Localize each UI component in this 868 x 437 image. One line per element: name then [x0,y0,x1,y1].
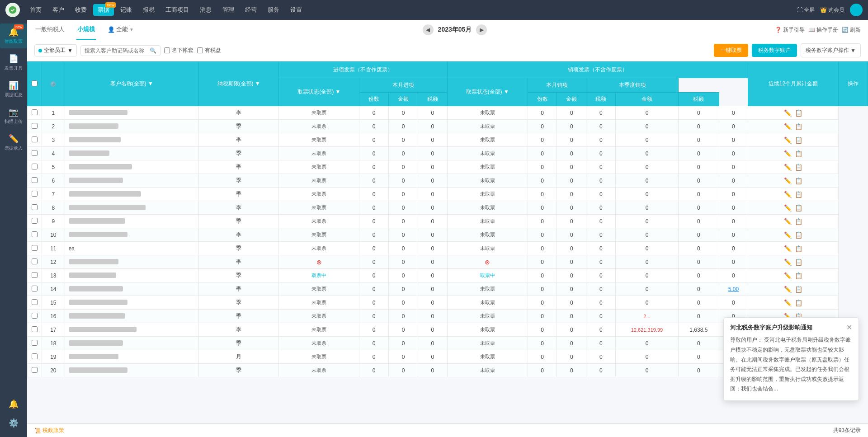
copy-icon[interactable]: 📋 [794,299,803,306]
nav-settings[interactable]: 设置 [286,4,307,16]
row-checkbox[interactable] [28,337,42,350]
nav-bookkeeping[interactable]: 记账 [116,4,137,16]
refresh-btn[interactable]: 🔄 刷新 [842,26,861,34]
tab-full-capability[interactable]: 👤 全能 ▼ [107,20,135,40]
copy-icon[interactable]: 📋 [794,231,803,239]
row-q-tax: 0 [678,160,719,174]
row-checkbox[interactable] [28,174,42,188]
edit-icon[interactable]: ✏️ [783,109,793,117]
edit-icon[interactable]: ✏️ [783,136,793,144]
tab-small-scale[interactable]: 小规模 [76,20,96,40]
row-checkbox[interactable] [28,147,42,160]
row-checkbox[interactable] [28,296,42,310]
row-checkbox[interactable] [28,364,42,377]
taxpanel-checkbox-input[interactable] [197,47,203,53]
row-checkbox[interactable] [28,120,42,133]
row-checkbox[interactable] [28,310,42,323]
copy-icon[interactable]: 📋 [794,164,803,171]
row-checkbox[interactable] [28,133,42,147]
select-all-checkbox[interactable] [32,80,38,86]
row-total[interactable]: 5.00 [719,282,748,296]
copy-icon[interactable]: 📋 [794,177,803,184]
edit-icon[interactable]: ✏️ [783,191,793,198]
sidebar-item-scan-upload[interactable]: 📷 扫描上传 [0,103,27,128]
nav-fee[interactable]: 收费 [71,4,91,16]
guide-btn[interactable]: ❓ 新手引导 [775,26,805,34]
edit-icon[interactable]: ✏️ [783,164,793,171]
nav-tax[interactable]: 报税 [138,4,159,16]
period-prev-btn[interactable]: ◀ [423,24,434,35]
nav-business[interactable]: 工商项目 [161,4,193,16]
row-in-amount: 0 [389,282,418,296]
nav-customer[interactable]: 客户 [48,4,69,16]
copy-icon[interactable]: 📋 [794,123,803,130]
copy-icon[interactable]: 📋 [794,191,803,198]
row-checkbox[interactable] [28,350,42,364]
row-checkbox[interactable] [28,282,42,296]
copy-icon[interactable]: 📋 [794,272,803,279]
account-checkbox-input[interactable] [164,47,170,53]
row-number: 17 [42,323,65,337]
one-click-ticket-btn[interactable]: 一键取票 [714,44,748,57]
edit-icon[interactable]: ✏️ [783,258,793,266]
copy-icon[interactable]: 📋 [794,286,803,293]
row-checkbox[interactable] [28,255,42,269]
edit-icon[interactable]: ✏️ [783,272,793,279]
notification-close-btn[interactable]: ✕ [846,323,852,332]
row-checkbox[interactable] [28,160,42,174]
row-q-tax: 0 [678,350,719,364]
row-checkbox[interactable] [28,242,42,255]
copy-icon[interactable]: 📋 [794,218,803,225]
tax-policy-link[interactable]: 📜 税政政策 [34,427,64,434]
sidebar-item-settings[interactable]: ⚙️ [7,414,20,432]
row-checkbox[interactable] [28,228,42,242]
edit-icon[interactable]: ✏️ [783,218,793,225]
search-input[interactable] [85,47,148,54]
nav-ticket[interactable]: 票据 new [93,4,114,16]
copy-icon[interactable]: 📋 [794,150,803,157]
nav-operation[interactable]: 经营 [241,4,261,16]
edit-icon[interactable]: ✏️ [783,204,793,211]
manual-btn[interactable]: 📖 操作手册 [808,26,838,34]
tax-digital-account-op-btn[interactable]: 税务数字账户操作 ▼ [801,43,861,57]
row-checkbox[interactable] [28,106,42,120]
sidebar-item-ticket-entry[interactable]: ✏️ 票据录入 [0,130,27,155]
sidebar-item-notify[interactable]: 🔔 [7,395,20,413]
edit-icon[interactable]: ✏️ [783,286,793,293]
taxpanel-filter-checkbox[interactable]: 有税盘 [197,47,221,54]
row-checkbox[interactable] [28,201,42,215]
sidebar-item-smart-ticket[interactable]: 🔔 智能取票 new [0,23,27,48]
nav-home[interactable]: 首页 [25,4,46,16]
fullscreen-btn[interactable]: ⛶ 全屏 [797,6,815,14]
tax-digital-account-btn[interactable]: 税务数字账户 [752,44,797,57]
sidebar-item-ticket-summary[interactable]: 📊 票据汇总 [0,77,27,102]
table-row: 13 季取票中000取票中000000 ✏️ 📋 [28,269,868,282]
employee-filter[interactable]: 全部员工 ▼ [34,44,77,56]
nav-service[interactable]: 服务 [263,4,284,16]
copy-icon[interactable]: 📋 [794,136,803,144]
copy-icon[interactable]: 📋 [794,109,803,117]
edit-icon[interactable]: ✏️ [783,245,793,252]
row-checkbox[interactable] [28,269,42,282]
copy-icon[interactable]: 📋 [794,245,803,252]
period-next-btn[interactable]: ▶ [476,24,487,35]
copy-icon[interactable]: 📋 [794,258,803,266]
member-btn[interactable]: 👑 购会员 [820,6,844,14]
user-avatar[interactable] [850,4,863,16]
nav-manage[interactable]: 管理 [218,4,239,16]
edit-icon[interactable]: ✏️ [783,299,793,306]
edit-icon[interactable]: ✏️ [783,177,793,184]
edit-icon[interactable]: ✏️ [783,231,793,239]
edit-icon[interactable]: ✏️ [783,123,793,130]
row-checkbox[interactable] [28,215,42,228]
copy-icon[interactable]: 📋 [794,204,803,211]
nav-message[interactable]: 消息 [195,4,216,16]
row-checkbox[interactable] [28,188,42,201]
row-in-tax: 0 [418,364,447,377]
sidebar-item-invoice-open[interactable]: 📄 发票开具 [0,50,27,75]
tab-general-taxpayer[interactable]: 一般纳税人 [34,20,66,40]
search-box[interactable]: 🔍 [80,45,160,56]
row-checkbox[interactable] [28,323,42,337]
edit-icon[interactable]: ✏️ [783,150,793,157]
account-filter-checkbox[interactable]: 名下帐套 [164,47,193,54]
